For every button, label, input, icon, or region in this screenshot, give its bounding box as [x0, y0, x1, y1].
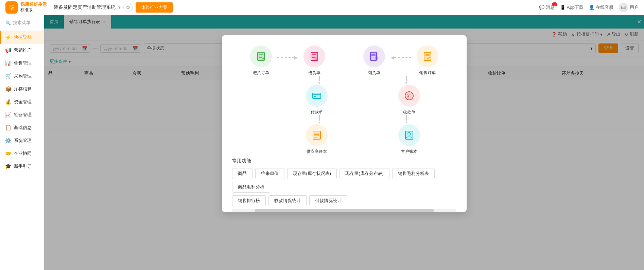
sales-bill-circle [363, 46, 385, 67]
flow-node-purchase-order[interactable]: 进货订单 [250, 46, 272, 76]
sidebar-search[interactable]: 🔍 搜索菜单 [0, 15, 44, 31]
flow-node-receipt-order[interactable]: ¥ 收款单 [398, 85, 420, 115]
func-btn-sales-gross[interactable]: 销售毛利分析表 [392, 168, 435, 179]
func-btn-payment-stats[interactable]: 付款情况统计 [309, 195, 347, 206]
marketing-icon: 📢 [5, 47, 11, 53]
func-btn-receipt-stats[interactable]: 收款情况统计 [268, 195, 307, 206]
func-btn-partners[interactable]: 往来单位 [255, 168, 284, 179]
purchase-bill-circle: ! [303, 46, 325, 67]
svg-text:!: ! [316, 57, 316, 60]
customer-account-circle [398, 124, 420, 146]
search-icon: 🔍 [5, 20, 11, 25]
modal-scrollbar-thumb [255, 209, 434, 212]
basic-info-icon: 📋 [5, 125, 11, 131]
flow-node-customer-account[interactable]: 客户账本 [398, 124, 420, 155]
supplier-account-circle [306, 124, 328, 146]
func-btn-product[interactable]: 商品 [232, 168, 253, 179]
func-btn-inventory-status[interactable]: 现存量(库存状况表) [287, 168, 337, 179]
svg-rect-17 [375, 56, 378, 60]
flow-modal: 进货订单 ▶ [222, 35, 467, 212]
flow-node-payment-order[interactable]: ¥ 付款单 [306, 85, 328, 115]
app-download-button[interactable]: 📱 App下载 [560, 4, 584, 11]
func-buttons-row1: 商品 往来单位 现存量(库存状况表) 现存量(库存分布表) 销售毛利分析表 商品… [232, 168, 456, 193]
sidebar-nav-item-inventory[interactable]: 📦 库存核算 [0, 83, 44, 95]
user-menu[interactable]: Ea 用户 [619, 3, 639, 12]
topbar-right: 💬 消息 5 📱 App下载 👤 在线客服 Ea 用户 [539, 3, 639, 12]
svg-rect-25 [313, 93, 321, 98]
system-name: 装备及固定资产辅助管理系统 [54, 4, 116, 11]
quick-nav-icon: ⚡ [5, 34, 11, 40]
settings-icon[interactable]: ⚙ [123, 3, 133, 12]
online-service-button[interactable]: 👤 在线客服 [589, 4, 613, 11]
logo-icon: 畅 [5, 1, 18, 14]
flow-node-sales-bill[interactable]: 销货单 [363, 46, 385, 76]
operations-icon: 📈 [5, 112, 11, 118]
message-icon: 💬 [539, 5, 544, 10]
receipt-order-circle: ¥ [398, 85, 420, 107]
inventory-icon: 📦 [5, 86, 11, 92]
sidebar-nav-item-quick-nav[interactable]: ⚡ 快捷导航 [0, 31, 44, 44]
content-area: 首页 销售订单执行表 ✕ ✕ ❓ 帮助 🖨 按模板打印 [44, 15, 644, 270]
system-icon: ⚙️ [5, 138, 11, 144]
purchase-icon: 🛒 [5, 73, 11, 79]
sidebar-nav-item-sales[interactable]: 📊 销售管理 [0, 57, 44, 70]
sidebar-nav-item-enterprise[interactable]: 🤝 企业协同 [0, 147, 44, 160]
purchase-order-circle [250, 46, 272, 67]
modal-scrollbar[interactable] [232, 209, 456, 212]
svg-rect-0 [258, 52, 264, 60]
sidebar-nav-item-basic-info[interactable]: 📋 基础信息 [0, 121, 44, 134]
try-button[interactable]: 体验行业方案 [136, 2, 173, 13]
sidebar-nav-item-purchase[interactable]: 🛒 采购管理 [0, 70, 44, 83]
svg-text:¥: ¥ [407, 94, 410, 98]
service-icon: 👤 [589, 5, 594, 10]
message-button[interactable]: 💬 消息 5 [539, 4, 555, 11]
avatar: Ea [619, 3, 628, 12]
func-btn-sales-ranking[interactable]: 销售排行榜 [232, 195, 266, 206]
sidebar-nav-item-marketing[interactable]: 📢 营销推广 [0, 44, 44, 57]
system-dropdown-icon[interactable]: ▾ [118, 5, 121, 10]
logo-text: 畅康通好生意 标准版 [20, 2, 47, 13]
sidebar-nav-item-system[interactable]: ⚙️ 系统管理 [0, 134, 44, 147]
sales-icon: 📊 [5, 60, 11, 66]
flow-node-sales-order[interactable]: 销售订单 [417, 46, 438, 76]
modal-overlay: 进货订单 ▶ [44, 15, 644, 270]
finance-icon: 💰 [5, 99, 11, 105]
func-buttons-row2: 销售排行榜 收款情况统计 付款情况统计 [232, 195, 456, 206]
svg-text:¥: ¥ [315, 95, 317, 98]
payment-order-circle: ¥ [306, 85, 328, 107]
newbie-icon: 🎓 [5, 163, 11, 169]
func-btn-product-gross[interactable]: 商品毛利分析 [232, 182, 270, 193]
flow-node-supplier-account[interactable]: 供应商账本 [306, 124, 328, 155]
message-badge: 5 [552, 2, 557, 6]
sidebar-nav-item-finance[interactable]: 💰 资金管理 [0, 95, 44, 108]
enterprise-icon: 🤝 [5, 150, 11, 157]
system-selector: 装备及固定资产辅助管理系统 ▾ ⚙ 体验行业方案 [54, 2, 539, 13]
sidebar-nav-item-newbie[interactable]: 🎓 新手引导 [0, 160, 44, 173]
sidebar-nav-item-operations[interactable]: 📈 经营管理 [0, 108, 44, 121]
sidebar: 🔍 搜索菜单 ⚡ 快捷导航 📢 营销推广 📊 销售管理 🛒 采购管理 [0, 15, 44, 270]
phone-icon: 📱 [560, 5, 565, 10]
modal-body: 进货订单 ▶ [222, 35, 467, 212]
app-logo: 畅 畅康通好生意 标准版 [5, 1, 47, 14]
flow-node-purchase-bill[interactable]: ! 进货单 [303, 46, 325, 76]
sales-order-circle [417, 46, 438, 67]
common-functions-title: 常用功能 [232, 158, 456, 164]
svg-rect-33 [313, 131, 320, 139]
common-functions: 常用功能 商品 往来单位 现存量(库存状况表) 现存量(库存分布表) 销售毛利分… [232, 158, 456, 206]
func-btn-inventory-dist[interactable]: 现存量(库存分布表) [340, 168, 389, 179]
